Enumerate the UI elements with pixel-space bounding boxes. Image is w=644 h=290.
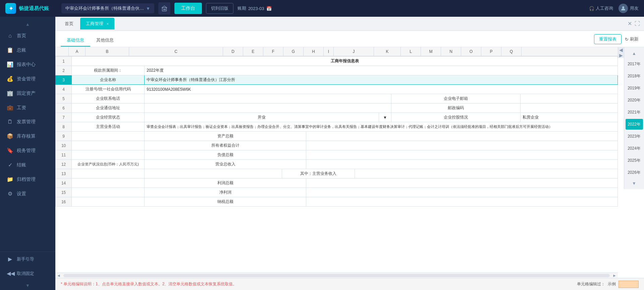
sidebar-item-newbie[interactable]: ▶ 新手引导 (0, 252, 55, 266)
invoice-icon: 🗒 (7, 119, 13, 125)
calendar-icon[interactable]: 📅 (266, 6, 272, 11)
cell-5-phone[interactable] (145, 94, 391, 103)
sidebar-item-home[interactable]: ⌂ 首页 (0, 29, 55, 43)
switch-version-button[interactable]: 切到旧版 (206, 3, 233, 14)
year-btn-2026[interactable]: 2026年 (626, 167, 643, 178)
sidebar-item-assets[interactable]: 🏢 固定资产 (0, 86, 55, 100)
row-num-11: 11 (56, 150, 72, 160)
sidebar-scroll-down[interactable]: ▼ (0, 281, 55, 290)
cell-3-value[interactable]: 中审众环会计师事务所（特殊普通合伙）江苏分所 (145, 75, 618, 85)
tab-active[interactable]: 工商管理 × (80, 18, 114, 29)
cell-7-hold-value[interactable]: 私营企业 (521, 113, 618, 122)
sidebar-scroll-up[interactable]: ▲ (0, 19, 55, 29)
sidebar-label-settings: 设置 (17, 191, 26, 197)
sidebar-item-archive[interactable]: 📁 归档管理 (0, 172, 55, 187)
col-header-p: P (481, 47, 501, 56)
sidebar-item-salary[interactable]: 💼 工资 (0, 100, 55, 115)
sidebar-item-settings[interactable]: ⚙ 设置 (0, 187, 55, 201)
year-btn-2020[interactable]: 2020年 (626, 95, 643, 105)
panel-collapse-button[interactable]: ◀ ▶ (618, 47, 624, 58)
spreadsheet-table[interactable]: 1 工商年报信息表 2 税款所属期间： 2022年度 (55, 56, 618, 273)
cell-6-zip[interactable] (521, 103, 618, 113)
row-num-8: 8 (56, 122, 72, 132)
year-btn-2018[interactable]: 2018年 (626, 71, 643, 81)
sidebar-item-finance[interactable]: 💰 资金管理 (0, 72, 55, 86)
year-btn-2019[interactable]: 2019年 (626, 83, 643, 93)
cell-2-value[interactable]: 2022年度 (145, 66, 618, 75)
col-header-o: O (461, 47, 481, 56)
home-icon: ⌂ (7, 33, 13, 39)
h-scroll-row: ◄ ► (55, 273, 618, 278)
sidebar-item-ledger[interactable]: 📋 总账 (0, 43, 55, 57)
cell-11-value[interactable] (306, 150, 618, 160)
refresh-button[interactable]: ↻ 刷新 (625, 36, 639, 42)
resize-window-button[interactable]: ⛶ (635, 21, 640, 27)
table-row: 15 净利润 (56, 188, 618, 197)
h-scroll-left-button[interactable]: ◄ (55, 273, 62, 278)
tab-home[interactable]: 首页 (59, 18, 79, 29)
cell-15-value[interactable] (306, 188, 618, 197)
col-header-l: L (401, 47, 421, 56)
cell-7-status[interactable]: 开业 (145, 113, 379, 122)
cell-8-label: 主营业务活动 (72, 122, 145, 132)
sidebar-item-invoice[interactable]: 🗒 发票管理 (0, 115, 55, 129)
h-scroll-right-button[interactable]: ► (611, 273, 618, 278)
cell-14-value[interactable] (306, 178, 618, 188)
tab-close-button[interactable]: × (107, 22, 109, 26)
year-btn-2024[interactable]: 2024年 (626, 143, 643, 154)
year-btn-2025[interactable]: 2025年 (626, 155, 643, 166)
cell-10-empty (72, 141, 145, 150)
archive-icon: 📁 (7, 176, 13, 183)
col-header-n: N (441, 47, 461, 56)
sidebar-item-inventory[interactable]: 📦 库存核算 (0, 129, 55, 143)
cell-title[interactable]: 工商年报信息表 (72, 57, 618, 66)
row-num-4: 4 (56, 85, 72, 94)
workbench-button[interactable]: 工作台 (174, 3, 202, 14)
cell-5-email[interactable] (521, 94, 618, 103)
year-btn-2022[interactable]: 2022年 (626, 119, 643, 130)
sub-tab-other[interactable]: 其他信息 (90, 34, 120, 47)
close-window-button[interactable]: ✕ (628, 20, 632, 27)
settings-icon: ⚙ (7, 191, 13, 197)
sidebar-label-tax: 税务管理 (17, 148, 36, 154)
top-bar: ✦ 畅捷通易代账 中审众环会计师事务所（特殊普通合伙… ▼ 工作台 切到旧版 账… (0, 0, 644, 17)
user-icon (621, 6, 626, 11)
sidebar-label-newbie: 新手引导 (17, 256, 34, 262)
col-header-q: Q (501, 47, 522, 56)
row-num-12: 12 (56, 160, 72, 169)
company-caret-icon: ▼ (146, 6, 150, 11)
cell-6-address[interactable] (145, 103, 391, 113)
table-row: 5 企业联系电话 企业电子邮箱 (56, 94, 618, 103)
cell-12-value[interactable] (306, 160, 618, 169)
year-scroll-up-button[interactable]: ▲ (626, 49, 643, 58)
sidebar-item-tax[interactable]: 🔖 税务管理 (0, 143, 55, 158)
spreadsheet-main: A B C D E F G H I J K L M N O (55, 47, 618, 278)
cell-8-value[interactable]: 审查企业会计报表；出具审计报告；验证企业资本；出具验资报告；办理企业合开、分立、… (145, 122, 618, 132)
sidebar-item-report[interactable]: 📊 报表中心 (0, 57, 55, 72)
user-area[interactable]: 用友 (619, 4, 639, 13)
year-scroll-down-button[interactable]: ▼ (626, 178, 643, 188)
reset-report-button[interactable]: 重置报表 (594, 34, 622, 44)
company-selector[interactable]: 中审众环会计师事务所（特殊普通合伙… ▼ (61, 3, 154, 13)
cell-13-value[interactable] (355, 169, 618, 178)
cell-16-value[interactable] (306, 197, 618, 207)
cell-4-value[interactable]: 91320100MA208E5W6K (145, 85, 618, 94)
sidebar-item-unpin[interactable]: ◀◀ 取消固定 (0, 266, 55, 281)
h-scroll-track[interactable] (63, 274, 610, 277)
cell-9-value[interactable] (306, 132, 618, 141)
bottom-right: 单元格编辑过： 示例 (577, 281, 639, 288)
table-row: 1 工商年报信息表 (56, 57, 618, 66)
sidebar-item-closing[interactable]: ✓ 结账 (0, 158, 55, 172)
table-row: 10 所有者权益合计 (56, 141, 618, 150)
support-button[interactable]: 🎧 人工咨询 (589, 5, 613, 11)
company-settings-button[interactable] (158, 2, 170, 14)
edited-label: 单元格编辑过： (577, 281, 605, 287)
sub-tab-basic[interactable]: 基础信息 (61, 34, 90, 47)
expand-icon: ▶ (619, 53, 623, 58)
year-btn-2021[interactable]: 2021年 (626, 107, 643, 118)
cell-7-dropdown[interactable]: ▼ (379, 113, 391, 122)
cell-10-value[interactable] (306, 141, 618, 150)
year-btn-2023[interactable]: 2023年 (626, 131, 643, 142)
page-content: 基础信息 其他信息 重置报表 ↻ 刷新 (55, 31, 644, 290)
year-btn-2017[interactable]: 2017年 (626, 59, 643, 69)
